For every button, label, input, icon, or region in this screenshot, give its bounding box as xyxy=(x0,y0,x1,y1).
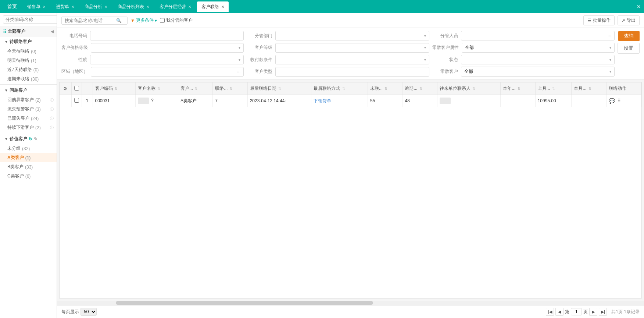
filter-search-box[interactable]: 🔍 xyxy=(61,17,128,25)
col-name-header[interactable]: 客户名称 ⇅ xyxy=(135,82,178,95)
filter-status-input[interactable]: ▾ xyxy=(461,55,615,64)
contact-action-icon[interactable]: 💬 xyxy=(609,98,615,104)
col-last-way-header[interactable]: 最后联络方式 ⇅ xyxy=(311,82,368,95)
close-purchase-tab-icon[interactable]: ✕ xyxy=(71,5,74,9)
page-size-selector: 每页显示 50 xyxy=(61,308,97,316)
sidebar-item-churn-warning[interactable]: 流失预警客户 (3) ⓘ xyxy=(0,105,57,114)
sidebar-value-customer-group[interactable]: ▼ 价值客户 ↻ ✎ xyxy=(0,134,57,144)
filter-dept-input[interactable]: ▾ xyxy=(275,31,429,40)
filter-search-icon[interactable]: 🔍 xyxy=(116,18,122,23)
last-way-link[interactable]: 下销货单 xyxy=(314,98,331,103)
col-this-month-header[interactable]: 本月... ⇅ xyxy=(572,82,606,95)
filter-customer-grade-field: 客户等级 ▾ xyxy=(247,43,429,53)
batch-operation-button[interactable]: ☰ 批量操作 xyxy=(583,15,615,25)
close-sales-tab-icon[interactable]: ✕ xyxy=(43,5,46,9)
sidebar-pending-contact-group[interactable]: ▼ 待联络客户 xyxy=(0,37,57,47)
horizontal-scrollbar[interactable] xyxy=(57,301,644,305)
filter-nature-field: 性质 ▾ xyxy=(61,55,244,64)
data-table-container: ⚙ 客户编码 ⇅ 客户名称 ⇅ xyxy=(59,82,642,298)
col-last-date-header[interactable]: 最后联络日期 ⇅ xyxy=(247,82,311,95)
row-code-cell: 000031 xyxy=(93,95,135,107)
sidebar-collapse-icon[interactable]: ◀ xyxy=(51,29,54,33)
next-page-button[interactable]: ▶ xyxy=(589,308,597,316)
nav-home-tab[interactable]: 首页 xyxy=(3,3,21,10)
col-type-header[interactable]: 客户... ⇅ xyxy=(178,82,212,95)
filter-nature-input[interactable]: ▾ xyxy=(90,55,244,64)
filter-payment-label: 收付款条件 xyxy=(247,57,272,63)
filter-status-label: 状态 xyxy=(432,57,458,63)
col-code-header[interactable]: 客户编码 ⇅ xyxy=(93,82,135,95)
filter-customer-type-field: 客户类型 xyxy=(247,67,429,77)
sidebar-all-customers[interactable]: ⠿ 全部客户 ◀ xyxy=(0,26,57,37)
col-history-contact-header[interactable]: 往来单位联系人 ⇅ xyxy=(437,82,501,95)
prev-page-button[interactable]: ◀ xyxy=(555,308,564,316)
close-analysis-tab-icon[interactable]: ✕ xyxy=(104,5,107,9)
row-last-way-cell[interactable]: 下销货单 xyxy=(311,95,368,107)
filter-payment-input[interactable]: ▾ xyxy=(275,55,429,64)
sidebar-item-today-pending[interactable]: 今天待联络 (0) xyxy=(0,47,57,56)
filter-customer-grade-input[interactable]: ▾ xyxy=(275,43,429,53)
row-checkbox[interactable] xyxy=(74,98,79,103)
sidebar-item-churned[interactable]: 已流失客户 (24) ⓘ xyxy=(0,114,57,123)
sidebar-item-repurchase-abnormal[interactable]: 回购异常客户 (2) ⓘ xyxy=(0,95,57,105)
row-last-date-cell: 2023-04-12 14:44: xyxy=(247,95,311,107)
filter-region-input[interactable]: ··· xyxy=(91,67,244,77)
row-type-cell: A类客户 xyxy=(178,95,212,107)
nav-tab-sales[interactable]: 销售单 ✕ xyxy=(23,1,50,12)
close-all-tabs-icon[interactable]: ✕ xyxy=(637,4,641,10)
pending-arrow-icon: ▼ xyxy=(4,40,8,44)
page-number-input[interactable] xyxy=(571,308,582,315)
more-filters-button[interactable]: ▼ 更多条件 ▾ xyxy=(130,17,157,24)
nav-tab-customer-tier[interactable]: 客户分层经营 ✕ xyxy=(155,1,196,12)
sidebar-search-input[interactable] xyxy=(3,15,57,24)
close-customer-contact-tab-icon[interactable]: ✕ xyxy=(221,5,224,9)
sidebar-item-overdue-contact[interactable]: 逾期未联络 (30) xyxy=(0,74,57,84)
my-customers-check-input[interactable] xyxy=(160,18,165,23)
filter-price-grade-input[interactable]: ▾ xyxy=(91,43,244,53)
customer-grade-dropdown-icon: ▾ xyxy=(424,46,426,50)
value-refresh-icon[interactable]: ↻ xyxy=(29,137,32,142)
sidebar-item-b-class[interactable]: B类客户 (33) xyxy=(0,162,57,172)
select-all-checkbox[interactable] xyxy=(74,86,79,91)
filter-phone-input[interactable] xyxy=(90,31,244,40)
col-check-header[interactable] xyxy=(71,82,82,95)
scrollbar-thumb[interactable] xyxy=(116,301,373,305)
query-button[interactable]: 查询 xyxy=(618,31,640,41)
sidebar-item-a-class[interactable]: A类客户 (1) xyxy=(0,153,57,162)
filter-retail-attr-input[interactable]: 全部 ▾ xyxy=(462,43,615,53)
more-action-icon[interactable]: ⠿ xyxy=(617,98,621,104)
nav-tab-customer-contact[interactable]: 客户联络 ✕ xyxy=(197,1,229,12)
col-this-year-header[interactable]: 本年... ⇅ xyxy=(501,82,535,95)
sidebar-problem-customer-group[interactable]: ▼ 问题客户 xyxy=(0,85,57,95)
col-gear-header[interactable]: ⚙ xyxy=(60,82,71,95)
top-nav: 首页 销售单 ✕ 进货单 ✕ 商品分析 ✕ 商品分析列表 ✕ 客户分层经营 ✕ … xyxy=(0,0,644,13)
sidebar-item-tomorrow-pending[interactable]: 明天待联络 (1) xyxy=(0,56,57,65)
export-button[interactable]: ↗ 导出 xyxy=(618,15,640,25)
setting-button[interactable]: 设置 xyxy=(618,43,640,54)
page-size-select[interactable]: 50 xyxy=(80,308,97,316)
filter-search-input[interactable] xyxy=(65,18,116,23)
my-customers-checkbox[interactable]: 我分管的客户 xyxy=(160,17,193,24)
gear-icon[interactable]: ⚙ xyxy=(63,86,67,91)
col-no-contact-header[interactable]: 未联... ⇅ xyxy=(368,82,402,95)
row-check-cell[interactable] xyxy=(71,95,82,107)
sidebar-item-c-class[interactable]: C类客户 (6) xyxy=(0,172,57,181)
col-overdue-header[interactable]: 逾期... ⇅ xyxy=(402,82,437,95)
close-customer-tier-tab-icon[interactable]: ✕ xyxy=(188,5,191,9)
col-last-month-header[interactable]: 上月... ⇅ xyxy=(535,82,572,95)
sidebar-item-unclassified[interactable]: 未分组 (32) xyxy=(0,144,57,153)
sidebar-item-declining[interactable]: 持续下滑客户 (2) ⓘ xyxy=(0,123,57,132)
nav-tab-purchase[interactable]: 进货单 ✕ xyxy=(51,1,79,12)
value-edit-icon[interactable]: ✎ xyxy=(34,137,37,142)
filter-retail-customer-input[interactable]: 全部 ▾ xyxy=(461,67,615,77)
col-contacts-header[interactable]: 联络... ⇅ xyxy=(213,82,247,95)
filter-row-4: 区域（地区） ··· 客户类型 零散客户 xyxy=(61,67,615,77)
nav-tab-analysis[interactable]: 商品分析 ✕ xyxy=(80,1,112,12)
filter-customer-type-input[interactable] xyxy=(275,67,429,77)
nav-tab-analysis-list[interactable]: 商品分析列表 ✕ xyxy=(113,1,154,12)
first-page-button[interactable]: |◀ xyxy=(546,308,554,316)
close-analysis-list-tab-icon[interactable]: ✕ xyxy=(146,5,149,9)
last-page-button[interactable]: ▶| xyxy=(599,308,607,316)
filter-manager-input[interactable]: ··· xyxy=(461,31,615,40)
sidebar-item-7days-pending[interactable]: 近7天待联络 (0) xyxy=(0,65,57,74)
